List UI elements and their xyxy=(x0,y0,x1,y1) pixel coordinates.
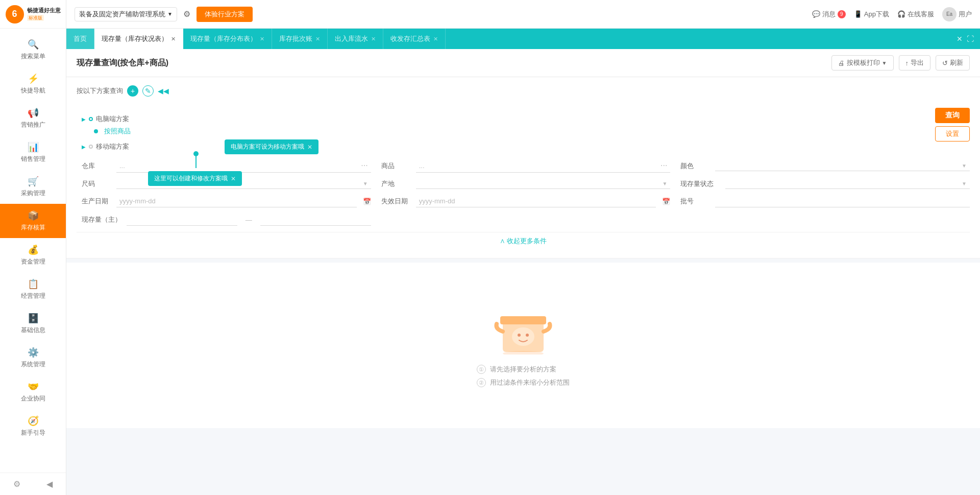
search-btn-group: 查询 设置 xyxy=(935,108,970,142)
sidebar-item-quick[interactable]: ⚡ 快捷导航 xyxy=(0,67,66,101)
tab-close-inout-flow[interactable]: ✕ xyxy=(371,36,376,42)
add-scheme-btn[interactable]: + xyxy=(127,85,138,97)
fullscreen-btn[interactable]: ⛶ xyxy=(967,35,974,43)
user-menu-btn[interactable]: Ea 用户 xyxy=(942,7,972,21)
tooltip1-close-btn[interactable]: ✕ xyxy=(307,144,312,151)
industry-btn[interactable]: 体验行业方案 xyxy=(197,7,253,22)
batch-label: 批号 xyxy=(680,197,711,206)
desktop-expand-icon: ▶ xyxy=(82,116,86,122)
export-icon: ↑ xyxy=(905,59,909,67)
step-num-2: ② xyxy=(477,378,486,387)
production-date-label: 生产日期 xyxy=(82,197,112,206)
sidebar-item-base[interactable]: 🗄️ 基础信息 xyxy=(0,307,66,341)
tab-collect-summary[interactable]: 收发存汇总表 ✕ xyxy=(383,29,446,49)
stock-status-select[interactable]: ▼ xyxy=(725,179,970,189)
step-num-1: ① xyxy=(477,365,486,374)
expiry-date-input[interactable] xyxy=(416,195,656,207)
mobile-scheme-node[interactable]: ▶ 移动端方案 xyxy=(82,140,970,153)
color-label: 颜色 xyxy=(680,161,711,171)
tab-inventory-status[interactable]: 现存量（库存状况表） ✕ xyxy=(94,29,183,49)
print-template-btn[interactable]: 🖨 按模板打印 ▼ xyxy=(831,55,894,70)
tab-batch-ledger[interactable]: 库存批次账 ✕ xyxy=(272,29,328,49)
filter-warehouse: 仓库 ... ··· xyxy=(82,159,371,173)
tab-home[interactable]: 首页 xyxy=(66,29,94,49)
filter-batch: 批号 xyxy=(680,195,970,207)
clipboard-icon: 📋 xyxy=(28,278,39,290)
system-name-selector[interactable]: 装备及固定资产辅助管理系统 ▼ xyxy=(75,7,177,21)
goods-dots: ··· xyxy=(660,161,667,170)
size-label: 尺码 xyxy=(82,179,112,188)
sidebar-item-sales[interactable]: 📊 销售管理 xyxy=(0,135,66,170)
filter-header: 按以下方案查询 + ✎ ◀◀ xyxy=(77,85,970,97)
desktop-scheme-dot xyxy=(89,117,93,121)
scheme-tree: ▶ 电脑端方案 按照商品 ▶ 移动端方案 xyxy=(82,103,970,153)
filter-stock-qty: 现存量（主） — xyxy=(82,214,371,226)
notification-btn[interactable]: 💬 消息 9 xyxy=(812,10,846,19)
prev-scheme-btn[interactable]: ◀◀ xyxy=(158,87,169,95)
megaphone-icon: 📢 xyxy=(28,107,39,119)
tab-close-batch-ledger[interactable]: ✕ xyxy=(315,36,320,42)
sidebar-item-marketing[interactable]: 📢 营销推广 xyxy=(0,101,66,135)
filter-row-3: 生产日期 📅 失效日期 📅 批号 xyxy=(82,195,970,207)
warehouse-select[interactable]: ... ··· xyxy=(116,159,371,173)
tab-close-inventory-status[interactable]: ✕ xyxy=(171,36,176,42)
collapse-more-btn[interactable]: ∧ 收起更多条件 xyxy=(77,232,970,250)
tab-close-collect-summary[interactable]: ✕ xyxy=(433,36,438,42)
empty-step-2: ② 用过滤条件来缩小分析范围 xyxy=(477,378,570,387)
desktop-scheme-node[interactable]: ▶ 电脑端方案 xyxy=(82,113,970,125)
sidebar-item-search[interactable]: 🔍 搜索菜单 xyxy=(0,33,66,67)
refresh-btn[interactable]: ↺ 刷新 xyxy=(936,55,970,70)
page-title: 现存量查询(按仓库+商品) xyxy=(77,58,168,68)
chart-icon: 📊 xyxy=(28,142,39,153)
logo-text: 畅捷通好生意 标准版 xyxy=(27,7,61,21)
goods-select[interactable]: ... ··· xyxy=(416,159,671,173)
stock-qty-min-input[interactable] xyxy=(127,214,237,226)
filter-color: 颜色 ▼ xyxy=(680,159,970,173)
filter-production-date: 生产日期 📅 xyxy=(82,195,371,207)
header-settings-btn[interactable]: ⚙ xyxy=(183,9,190,19)
filter-origin: 产地 ▼ xyxy=(381,179,671,189)
edit-scheme-btn[interactable]: ✎ xyxy=(142,85,154,97)
mobile-scheme-dot xyxy=(89,145,93,149)
tab-close-inventory-dist[interactable]: ✕ xyxy=(260,36,264,42)
sidebar-item-system[interactable]: ⚙️ 系统管理 xyxy=(0,341,66,375)
sidebar-item-guide[interactable]: 🧭 新手引导 xyxy=(0,409,66,443)
online-service-btn[interactable]: 🎧 在线客服 xyxy=(897,10,934,19)
sidebar-item-purchase[interactable]: 🛒 采购管理 xyxy=(0,170,66,204)
stock-qty-max-input[interactable] xyxy=(260,214,371,226)
sidebar-item-inventory[interactable]: 📦 库存核算 xyxy=(0,204,66,238)
svg-point-3 xyxy=(518,334,521,337)
phone-icon: 📱 xyxy=(854,10,862,18)
svg-point-2 xyxy=(512,327,534,346)
close-all-tabs-btn[interactable]: ✕ xyxy=(957,35,963,43)
size-select-arrow: ▼ xyxy=(363,181,368,186)
tooltip2-close-btn[interactable]: ✕ xyxy=(231,175,236,182)
filter-expiry-date: 失效日期 📅 xyxy=(381,195,671,207)
stock-status-select-arrow: ▼ xyxy=(962,181,967,186)
reset-btn[interactable]: 设置 xyxy=(935,126,970,142)
sidebar-item-operation[interactable]: 📋 经营管理 xyxy=(0,272,66,307)
compass-icon: 🧭 xyxy=(28,415,39,427)
goods-scheme-dot xyxy=(94,129,98,133)
tooltip-desktop-scheme: 电脑方案可设为移动方案哦 ✕ xyxy=(225,139,318,154)
connector-line xyxy=(195,153,197,168)
sidebar-item-finance[interactable]: 💰 资金管理 xyxy=(0,238,66,272)
search-btn[interactable]: 查询 xyxy=(935,108,970,123)
goods-label: 商品 xyxy=(381,161,412,171)
tabs-bar: 首页 现存量（库存状况表） ✕ 现存量（库存分布表） ✕ 库存批次账 ✕ 出入库… xyxy=(66,29,980,49)
collapse-sidebar-btn[interactable]: ◀ xyxy=(46,479,53,489)
batch-input[interactable] xyxy=(715,195,970,207)
app-download-btn[interactable]: 📱 App下载 xyxy=(854,10,889,19)
origin-select[interactable]: ▼ xyxy=(416,179,671,189)
tab-inout-flow[interactable]: 出入库流水 ✕ xyxy=(328,29,383,49)
calendar-icon-expiry[interactable]: 📅 xyxy=(662,198,670,205)
color-select[interactable]: ▼ xyxy=(715,161,970,171)
warehouse-label: 仓库 xyxy=(82,161,112,171)
tab-inventory-dist[interactable]: 现存量（库存分布表） ✕ xyxy=(183,29,272,49)
sidebar-item-enterprise[interactable]: 🤝 企业协同 xyxy=(0,375,66,409)
calendar-icon-prod[interactable]: 📅 xyxy=(363,198,371,205)
production-date-input[interactable] xyxy=(116,195,357,207)
settings-bottom-btn[interactable]: ⚙ xyxy=(13,479,20,489)
goods-scheme-node[interactable]: 按照商品 xyxy=(92,125,970,137)
export-btn[interactable]: ↑ 导出 xyxy=(899,55,931,70)
